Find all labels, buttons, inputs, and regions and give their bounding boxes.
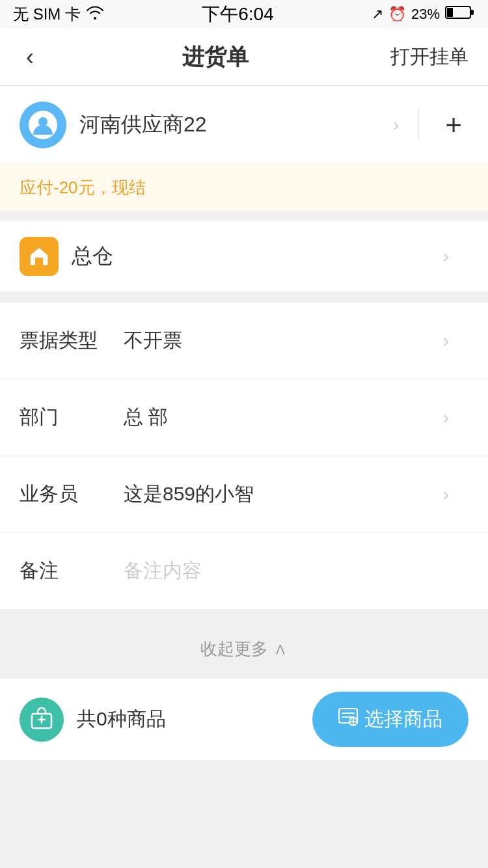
collapse-label: 收起更多 ∧ [200,639,287,658]
invoice-type-value: 不开票 [124,327,443,354]
invoice-type-row[interactable]: 票据类型 不开票 › [0,302,488,379]
supplier-row[interactable]: 河南供应商22 › + [0,86,488,165]
battery-icon [445,5,475,24]
supplier-name: 河南供应商22 [79,111,393,139]
location-icon: ↗ [372,6,383,23]
department-value: 总 部 [124,404,443,431]
salesperson-chevron-icon: › [443,484,449,505]
form-card: 票据类型 不开票 › 部门 总 部 › 业务员 这是859的小智 › 备注 备注… [0,302,488,609]
status-right: ↗ ⏰ 23% [372,5,475,24]
add-supplier-button[interactable]: + [439,109,468,141]
product-count-text: 共0种商品 [77,706,312,733]
vertical-divider [418,109,419,141]
status-bar: 无 SIM 卡 下午6:04 ↗ ⏰ 23% [0,0,488,29]
supplier-avatar [20,102,66,148]
notice-bar: 应付-20元，现结 [0,165,488,211]
empty-area [0,760,488,868]
remark-label: 备注 [20,558,124,584]
remark-row[interactable]: 备注 备注内容 [0,532,488,609]
back-button[interactable]: ‹ [20,37,40,77]
bottom-bar: 共0种商品 选择商品 [0,679,488,760]
department-chevron-icon: › [443,407,449,428]
notice-text: 应付-20元，现结 [20,178,146,197]
warehouse-card: 总仓 › [0,221,488,292]
warehouse-row[interactable]: 总仓 › [0,221,488,292]
avatar-icon [29,111,57,139]
select-product-icon [338,708,358,731]
invoice-type-label: 票据类型 [20,327,124,354]
supplier-card: 河南供应商22 › + 应付-20元，现结 [0,86,488,211]
warehouse-icon [20,237,59,276]
open-pending-button[interactable]: 打开挂单 [390,44,468,70]
wifi-icon [86,5,104,23]
department-label: 部门 [20,404,124,431]
salesperson-value: 这是859的小智 [124,481,443,508]
carrier-text: 无 SIM 卡 [13,4,81,25]
page-title: 进货单 [182,42,249,72]
collapse-bar[interactable]: 收起更多 ∧ [0,619,488,679]
svg-rect-1 [470,10,474,15]
warehouse-chevron-icon: › [443,246,449,267]
select-product-button[interactable]: 选择商品 [312,692,468,747]
main-content: 河南供应商22 › + 应付-20元，现结 总仓 › 票据类型 不开票 › [0,86,488,868]
department-row[interactable]: 部门 总 部 › [0,379,488,455]
svg-rect-4 [35,258,43,265]
battery-text: 23% [411,6,440,23]
salesperson-row[interactable]: 业务员 这是859的小智 › [0,455,488,532]
status-time: 下午6:04 [202,2,274,27]
salesperson-label: 业务员 [20,481,124,508]
remark-input[interactable]: 备注内容 [124,558,468,584]
svg-point-3 [38,117,47,126]
alarm-icon: ⏰ [388,6,406,23]
status-left: 无 SIM 卡 [13,4,104,25]
warehouse-name: 总仓 [72,242,443,271]
invoice-chevron-icon: › [443,331,449,351]
product-icon [20,698,64,742]
svg-rect-2 [447,8,453,17]
select-product-label: 选择商品 [364,706,442,733]
supplier-chevron-icon: › [393,115,399,135]
nav-bar: ‹ 进货单 打开挂单 [0,29,488,86]
